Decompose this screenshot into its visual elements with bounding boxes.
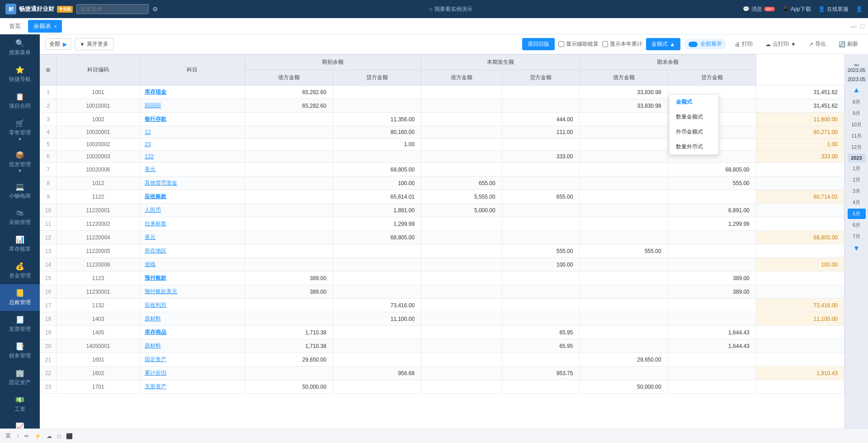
print-btn[interactable]: 🖨 打印 <box>730 38 757 50</box>
row-name[interactable]: 固定资产 <box>140 353 245 367</box>
month-3[interactable]: 3月 <box>848 186 866 196</box>
row-name[interactable]: 23 <box>140 138 245 151</box>
expand-all-toggle[interactable]: 全部展开 <box>684 39 726 49</box>
row-code: 1001 <box>57 86 140 99</box>
search-forward-icon[interactable]: ▶ <box>63 41 67 48</box>
sidebar-item-retail[interactable]: 🛒 零售管理 ▼ <box>0 114 40 146</box>
top-search-input[interactable] <box>76 4 149 14</box>
month-4[interactable]: 4月 <box>848 197 866 208</box>
sidebar-item-quick-nav[interactable]: ⭐ 快捷导航 <box>0 61 40 88</box>
month-10[interactable]: 10月 <box>848 119 866 130</box>
row-name[interactable]: 库存现金 <box>140 86 245 99</box>
tab-close-btn[interactable]: × <box>54 24 57 29</box>
edit-icon[interactable]: ✏ <box>24 433 29 439</box>
sidebar-item-inventory[interactable]: 📊 库存核算 <box>0 231 40 257</box>
tab-minimize-icon[interactable]: — <box>851 23 857 30</box>
return-old-btn[interactable]: 退回旧版 <box>522 38 555 50</box>
sidebar-item-tax[interactable]: 📑 税务管理 <box>0 338 40 364</box>
month-12[interactable]: 12月 <box>848 142 866 152</box>
up-icon[interactable]: ↑ <box>16 433 19 439</box>
show-ytd-checkbox[interactable]: 显示本年累计 <box>602 40 642 48</box>
refresh-icon: 🔄 <box>839 41 845 48</box>
cloud-icon[interactable]: ☁ <box>47 433 52 439</box>
dropdown-item-amount[interactable]: 金额式 <box>670 95 718 110</box>
square-icon[interactable]: □ <box>57 433 61 439</box>
row-name[interactable]: 无形资产 <box>140 380 245 394</box>
bolt-icon[interactable]: ⚡ <box>34 433 41 439</box>
nav-up-icon[interactable]: ▲ <box>851 84 862 96</box>
sidebar-item-salary[interactable]: 💵 工资 <box>0 391 40 418</box>
row-name[interactable]: 原材料 <box>140 312 245 326</box>
settings-col-header[interactable]: ⚙ <box>40 55 57 86</box>
sidebar-item-ecommerce[interactable]: 💻 小畅电商 <box>0 178 40 205</box>
closing-credit <box>668 258 756 272</box>
row-name[interactable]: 人民币 <box>140 204 245 217</box>
row-name[interactable]: 预付账款 <box>140 272 245 285</box>
sidebar-item-search[interactable]: 🔍 搜索菜单 <box>0 34 40 61</box>
row-name[interactable]: 美元 <box>140 163 245 176</box>
opening-credit: 1,299.99 <box>333 217 421 231</box>
online-service-btn[interactable]: 👤 在线客服 <box>818 5 849 13</box>
sidebar-item-wholesale[interactable]: 📦 批发管理 ▼ <box>0 146 40 178</box>
app-download-btn[interactable]: 📱 App下载 <box>782 5 811 13</box>
user-avatar[interactable]: 👤 <box>856 6 863 12</box>
period-credit: 953.75 <box>502 367 580 380</box>
ytd-checkbox-input[interactable] <box>602 41 608 47</box>
filled-square-icon[interactable]: ⬛ <box>66 433 73 439</box>
row-name[interactable]: 所在地区 <box>140 244 245 258</box>
month-9[interactable]: 9月 <box>848 108 866 119</box>
cloud-print-btn[interactable]: ☁ 云打印 ▼ <box>761 38 801 50</box>
show-aux-checkbox[interactable]: 显示辅助核算 <box>558 40 599 48</box>
month-2[interactable]: 2月 <box>848 175 866 185</box>
month-1[interactable]: 1月 <box>848 163 866 174</box>
row-name[interactable]: 应收利息 <box>140 299 245 312</box>
row-name[interactable]: 122 <box>140 151 245 163</box>
row-name[interactable]: 游戏 <box>140 258 245 272</box>
dropdown-item-qty-foreign[interactable]: 数量外币式 <box>670 139 718 154</box>
row-name[interactable]: 银行存款 <box>140 113 245 126</box>
style-dropdown-btn[interactable]: 金额式 ▲ <box>646 38 680 50</box>
sidebar-item-invoice[interactable]: 🧾 发票管理 <box>0 311 40 338</box>
row-name[interactable]: 原材料 <box>140 339 245 353</box>
month-11[interactable]: 11月 <box>848 131 866 141</box>
sidebar-item-accounting[interactable]: 📒 总账管理 <box>0 284 40 311</box>
sidebar-item-project[interactable]: 📋 项目合同 <box>0 88 40 114</box>
closing-debit <box>580 299 668 312</box>
row-name[interactable]: 12 <box>140 126 245 138</box>
lang-icon[interactable]: 英 <box>5 432 11 440</box>
settings-icon[interactable]: ⚙ <box>152 5 158 13</box>
period-year-end[interactable]: 2023.05 <box>845 75 868 83</box>
row-name[interactable]: 往来标签 <box>140 217 245 231</box>
month-7[interactable]: 7月 <box>848 231 866 242</box>
row-name[interactable]: 回回回 <box>140 99 245 113</box>
expand-btn[interactable]: ▼ 展开更多 <box>75 38 113 50</box>
month-5-current[interactable]: 5月 <box>848 209 866 219</box>
sidebar-item-assets[interactable]: 🏢 固定资产 <box>0 364 40 391</box>
sidebar-item-purchase[interactable]: 🛍 采购管理 <box>0 205 40 231</box>
message-btn[interactable]: 💬 消息 99+ <box>743 5 774 13</box>
search-text: 全部 <box>49 40 60 48</box>
export-btn[interactable]: ↗ 导出 <box>804 38 830 50</box>
period-debit <box>421 126 502 138</box>
period-year-start[interactable]: 2023.05 <box>845 66 868 74</box>
tab-active[interactable]: 余额表 × <box>28 20 62 33</box>
nav-down-icon[interactable]: ▼ <box>851 243 862 254</box>
aux-checkbox-input[interactable] <box>558 41 564 47</box>
row-name[interactable]: 应收账款 <box>140 190 245 204</box>
sidebar-item-operations[interactable]: 📈 经营管理 <box>0 418 40 429</box>
month-8[interactable]: 8月 <box>848 97 866 107</box>
row-name[interactable]: 其他货币资金 <box>140 176 245 190</box>
table-row: 1111220002往来标签1,299.991,299.99 <box>40 217 844 231</box>
demo-link[interactable]: ○ 我要看实例演示 <box>429 5 472 13</box>
refresh-btn[interactable]: 🔄 刷新 <box>834 38 863 50</box>
sidebar-item-finance[interactable]: 💰 资金管理 <box>0 257 40 284</box>
tab-maximize-icon[interactable]: □ <box>861 23 864 30</box>
row-name[interactable]: 库存商品 <box>140 326 245 339</box>
row-name[interactable]: 美元 <box>140 231 245 244</box>
row-name[interactable]: 预付账款美元 <box>140 285 245 299</box>
tab-home[interactable]: 首页 <box>4 19 26 33</box>
row-name[interactable]: 累计折旧 <box>140 367 245 380</box>
dropdown-item-qty-amount[interactable]: 数量金额式 <box>670 110 718 124</box>
month-6[interactable]: 6月 <box>848 220 866 230</box>
dropdown-item-foreign-amount[interactable]: 外币金额式 <box>670 124 718 139</box>
